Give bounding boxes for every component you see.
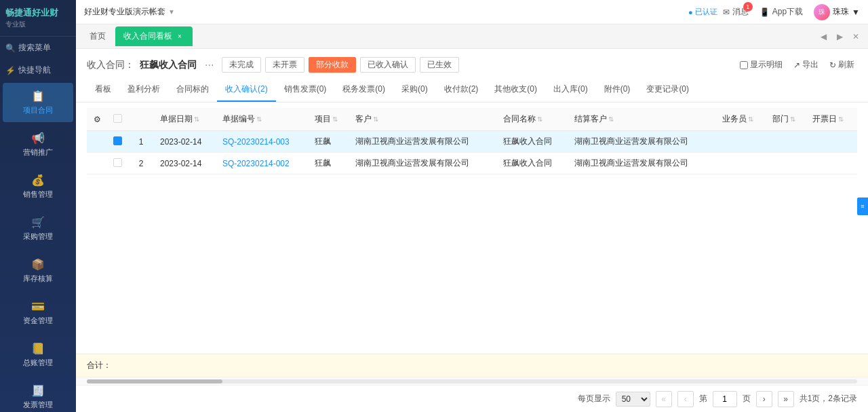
row-index: 2 — [127, 153, 155, 174]
row-contract-name: 狂飙收入合同 — [498, 153, 569, 174]
col-date[interactable]: 单据日期⇅ — [155, 108, 217, 131]
first-page-button[interactable]: « — [656, 391, 672, 407]
row-number[interactable]: SQ-20230214-002 — [217, 153, 309, 174]
more-button[interactable]: ··· — [202, 59, 216, 71]
tab-board[interactable]: 看板 — [87, 78, 119, 102]
app-name: 畅捷通好业财 — [5, 7, 71, 19]
scrollbar-thumb[interactable] — [87, 379, 222, 383]
next-page-button[interactable]: › — [756, 391, 772, 407]
refresh-button[interactable]: ↻ 刷新 — [827, 58, 857, 72]
status-tag-confirmed[interactable]: 已收入确认 — [360, 57, 416, 73]
message-button[interactable]: ✉ 1 消息 — [723, 6, 749, 18]
row-number[interactable]: SQ-20230214-003 — [217, 131, 309, 153]
refresh-label: 刷新 — [838, 59, 854, 71]
status-tag-effective[interactable]: 已生效 — [420, 57, 459, 73]
close-tab-button[interactable]: × — [175, 32, 184, 41]
table-container: ⚙ 单据日期⇅ 单据编号⇅ 项目⇅ 客户⇅ 合同名称⇅ 结算客户⇅ 业务员⇅ 部… — [76, 102, 868, 354]
tab-change-log[interactable]: 变更记录(0) — [638, 78, 697, 102]
verified-label: 已认证 — [695, 7, 717, 17]
col-number[interactable]: 单据编号⇅ — [217, 108, 309, 131]
tab-other-income[interactable]: 其他收支(0) — [486, 78, 545, 102]
col-settlement-customer[interactable]: 结算客户⇅ — [569, 108, 717, 131]
company-selector[interactable]: 好业财专业版演示帐套 ▼ — [84, 6, 683, 18]
select-all-checkbox[interactable] — [113, 114, 122, 123]
row-open-date — [807, 153, 857, 174]
active-tab[interactable]: 收入合同看板 × — [115, 26, 193, 46]
horizontal-scrollbar[interactable] — [76, 377, 868, 385]
quicknav-label: 快捷导航 — [18, 64, 51, 76]
col-open-date[interactable]: 开票日⇅ — [807, 108, 857, 131]
sidebar-item-inventory[interactable]: 📦 库存核算 — [3, 251, 73, 291]
prev-page-button[interactable]: ‹ — [677, 391, 694, 407]
tab-contract-standard[interactable]: 合同标的 — [168, 78, 217, 102]
col-customer[interactable]: 客户⇅ — [350, 108, 498, 131]
user-menu[interactable]: 珠 珠珠 ▼ — [814, 4, 860, 20]
active-tab-label: 收入合同看板 — [123, 31, 172, 42]
last-page-button[interactable]: » — [778, 391, 794, 407]
message-icon: ✉ — [723, 7, 730, 17]
home-tab[interactable]: 首页 — [81, 26, 114, 46]
tabbar: 首页 收入合同看板 × ◀ ▶ ✕ — [76, 24, 868, 49]
tab-attachments[interactable]: 附件(0) — [596, 78, 639, 102]
sidebar-item-label: 库存核算 — [23, 274, 53, 284]
breadcrumb-label: 收入合同： — [87, 59, 134, 71]
sidebar-search[interactable]: 🔍 搜索菜单 — [0, 37, 76, 59]
export-button[interactable]: ↗ 导出 — [791, 58, 821, 72]
col-contract-name[interactable]: 合同名称⇅ — [498, 108, 569, 131]
tab-close-button[interactable]: ✕ — [849, 30, 863, 43]
row-checkbox-cell[interactable] — [107, 153, 127, 174]
sidebar-item-sales[interactable]: 💰 销售管理 — [3, 167, 73, 206]
row-project: 狂飙 — [309, 131, 349, 153]
row-date: 2023-02-14 — [155, 153, 217, 174]
row-number-link[interactable]: SQ-20230214-002 — [222, 159, 290, 168]
col-project[interactable]: 项目⇅ — [309, 108, 349, 131]
contract-title: 收入合同： 狂飙收入合同 — [87, 59, 197, 71]
status-tag-partial[interactable]: 部分收款 — [309, 57, 356, 73]
row-checkbox[interactable] — [113, 158, 122, 167]
general-ledger-icon: 📒 — [31, 342, 45, 355]
row-index: 1 — [127, 131, 155, 153]
row-checkbox[interactable] — [113, 136, 122, 145]
sidebar-item-project-contract[interactable]: 📋 项目合同 — [3, 83, 73, 122]
sidebar-item-label: 采购管理 — [23, 231, 53, 242]
tab-prev-button[interactable]: ◀ — [816, 30, 830, 43]
sidebar-quicknav[interactable]: ⚡ 快捷导航 — [0, 59, 76, 81]
tab-payment[interactable]: 收付款(2) — [436, 78, 487, 102]
tab-purchase[interactable]: 采购(0) — [393, 78, 436, 102]
table-row: 1 2023-02-14 SQ-20230214-003 狂飙 湖南卫视商业运营… — [87, 131, 857, 153]
tab-income-confirm[interactable]: 收入确认(2) — [217, 78, 276, 102]
sidebar-item-funds[interactable]: 💳 资金管理 — [3, 293, 73, 333]
status-tag-uninvoiced[interactable]: 未开票 — [265, 57, 304, 73]
scrollbar-track — [87, 379, 857, 383]
sidebar-item-marketing[interactable]: 📢 营销推广 — [3, 125, 73, 164]
refresh-icon: ↻ — [829, 60, 836, 70]
show-detail-checkbox[interactable] — [740, 61, 748, 69]
col-department[interactable]: 部门⇅ — [767, 108, 807, 131]
right-fab-button[interactable]: ≡ — [857, 198, 868, 215]
col-checkbox[interactable] — [107, 108, 127, 131]
row-checkbox-cell[interactable] — [107, 131, 127, 153]
row-gear[interactable] — [87, 131, 107, 153]
per-page-select[interactable]: 50 100 200 — [616, 392, 650, 407]
app-download-button[interactable]: 📱 App下载 — [760, 6, 803, 18]
tab-warehouse[interactable]: 出入库(0) — [545, 78, 596, 102]
per-page-label: 每页显示 — [578, 393, 610, 405]
tab-sales-invoice[interactable]: 销售发票(0) — [276, 78, 335, 102]
table-row: 2 2023-02-14 SQ-20230214-002 狂飙 湖南卫视商业运营… — [87, 153, 857, 174]
sidebar-item-invoice[interactable]: 🧾 发票管理 — [3, 377, 73, 412]
row-gear[interactable] — [87, 153, 107, 174]
tab-next-button[interactable]: ▶ — [833, 30, 846, 43]
page-input[interactable] — [713, 391, 737, 407]
col-settings[interactable]: ⚙ — [87, 108, 107, 131]
show-detail-button[interactable]: 显示明细 — [737, 58, 785, 72]
row-number-link[interactable]: SQ-20230214-003 — [222, 137, 290, 147]
topbar-actions: ✉ 1 消息 📱 App下载 珠 珠珠 ▼ — [723, 4, 860, 20]
tab-tax-invoice[interactable]: 税务发票(0) — [334, 78, 393, 102]
sidebar-item-purchase[interactable]: 🛒 采购管理 — [3, 209, 73, 248]
tab-profit[interactable]: 盈利分析 — [119, 78, 168, 102]
col-salesperson[interactable]: 业务员⇅ — [717, 108, 767, 131]
sidebar-item-general-ledger[interactable]: 📒 总账管理 — [3, 335, 73, 375]
row-date: 2023-02-14 — [155, 131, 217, 153]
page-label2: 页 — [743, 393, 751, 405]
status-tag-incomplete[interactable]: 未完成 — [222, 57, 261, 73]
